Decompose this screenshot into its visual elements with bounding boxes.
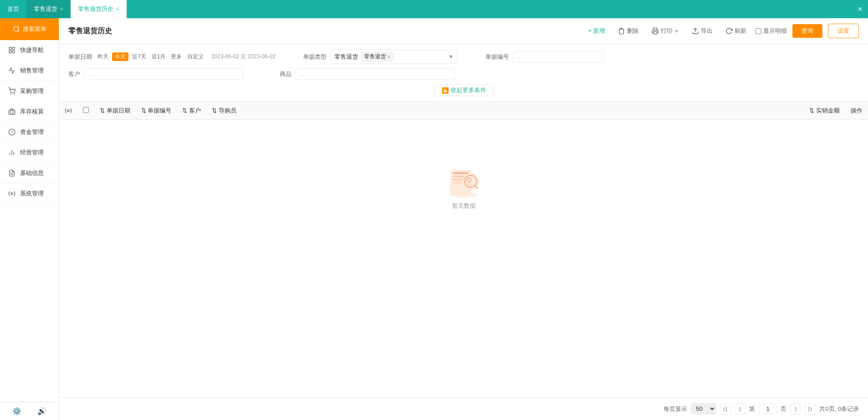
basic-info-icon bbox=[7, 169, 16, 178]
per-page-select[interactable]: 50 10 20 100 bbox=[691, 403, 716, 415]
show-detail-input[interactable] bbox=[755, 28, 761, 34]
date-today[interactable]: 今天 bbox=[112, 52, 128, 61]
sidebar-item-quick-nav[interactable]: 快捷导航 bbox=[0, 40, 59, 61]
export-icon bbox=[692, 27, 699, 35]
svg-line-1 bbox=[18, 31, 19, 32]
refresh-icon bbox=[725, 27, 733, 35]
next-page-btn[interactable]: ⟩ bbox=[790, 404, 801, 415]
th-spacer bbox=[242, 102, 804, 120]
query-button[interactable]: 查询 bbox=[792, 24, 822, 38]
main-layout: 搜索菜单 快捷导航 销售管理 采购管理 库存核算 bbox=[0, 18, 868, 420]
tab-retail-return-history-close[interactable]: × bbox=[116, 6, 119, 12]
toolbar: + 新增 删除 打印 ▼ 导出 刷新 bbox=[585, 24, 859, 38]
doc-type-tag: 零售退货 × bbox=[361, 52, 394, 61]
content-area: 零售退货历史 + 新增 删除 打印 ▼ 导出 bbox=[59, 18, 868, 420]
setting-button[interactable]: 设置 bbox=[828, 24, 859, 38]
doc-type-label: 单据类型 bbox=[303, 53, 327, 61]
export-button[interactable]: 导出 bbox=[688, 25, 716, 37]
sidebar-item-operations[interactable]: 经营管理 bbox=[0, 143, 59, 163]
print-button[interactable]: 打印 ▼ bbox=[648, 25, 683, 37]
tab-home[interactable]: 首页 bbox=[0, 0, 26, 18]
sidebar-item-basic-info[interactable]: 基础信息 bbox=[0, 163, 59, 184]
doc-no-input[interactable]: ... bbox=[513, 51, 604, 62]
tab-retail-return-history[interactable]: 零售退货历史 × bbox=[71, 0, 127, 18]
sidebar: 搜索菜单 快捷导航 销售管理 采购管理 库存核算 bbox=[0, 18, 59, 420]
th-customer: ⇅ 客户 bbox=[177, 102, 206, 120]
date-7days[interactable]: 近7天 bbox=[130, 52, 148, 61]
prev-page-btn[interactable]: ⟨ bbox=[734, 404, 745, 415]
sidebar-item-system-mgmt[interactable]: 系统管理 bbox=[0, 184, 59, 204]
page-suffix-label: 页 bbox=[781, 405, 786, 413]
svg-rect-21 bbox=[452, 172, 468, 174]
tab-bar: 首页 零售退货 × 零售退货历史 × bbox=[0, 0, 852, 18]
doc-no-label: 单据编号 bbox=[485, 53, 509, 61]
doc-type-filter: 单据类型 零售退货 零售退货 × ▼ bbox=[303, 50, 458, 64]
tab-retail-return-close[interactable]: × bbox=[60, 6, 63, 12]
window-close-button[interactable]: × bbox=[852, 5, 868, 14]
new-button[interactable]: + 新增 bbox=[585, 25, 609, 37]
tab-retail-return[interactable]: 零售退货 × bbox=[26, 0, 71, 18]
per-page-label: 每页显示 bbox=[663, 405, 687, 413]
svg-rect-24 bbox=[452, 182, 462, 184]
table-header: ⇅ 单据日期 ⇅ 单据编号 ⇅ 客户 ⇅ 导购员 ⇅ bbox=[59, 102, 868, 120]
svg-rect-16 bbox=[653, 31, 657, 34]
goods-input[interactable]: ... bbox=[295, 68, 455, 80]
sidebar-search[interactable]: 搜索菜单 bbox=[0, 18, 59, 40]
sidebar-item-purchase-mgmt[interactable]: 采购管理 bbox=[0, 81, 59, 102]
th-action: 操作 bbox=[845, 102, 868, 120]
page-prefix-label: 第 bbox=[749, 405, 755, 413]
collapse-button[interactable]: 🔼 收起更多条件 bbox=[434, 84, 494, 96]
date-1month[interactable]: 近1月 bbox=[150, 52, 168, 61]
svg-point-18 bbox=[67, 110, 69, 112]
svg-rect-4 bbox=[9, 51, 11, 53]
doc-type-select[interactable]: 零售退货 零售退货 × ▼ bbox=[330, 50, 458, 64]
show-detail-checkbox[interactable]: 显示明细 bbox=[755, 27, 787, 35]
page-number-input[interactable] bbox=[759, 404, 777, 414]
sidebar-item-finance[interactable]: 资金管理 bbox=[0, 122, 59, 143]
volume-icon[interactable]: 🔊 bbox=[37, 407, 46, 415]
svg-point-6 bbox=[10, 93, 11, 94]
collapse-up-icon: 🔼 bbox=[442, 87, 449, 94]
svg-rect-2 bbox=[9, 47, 11, 50]
goods-filter: 商品 ... bbox=[280, 68, 455, 80]
finance-icon bbox=[7, 128, 16, 137]
svg-point-15 bbox=[11, 193, 13, 195]
collapse-row: 🔼 收起更多条件 bbox=[68, 84, 859, 96]
print-icon bbox=[652, 27, 659, 35]
last-page-btn[interactable]: ⟩⟩ bbox=[805, 404, 816, 415]
empty-illustration bbox=[441, 156, 487, 202]
svg-rect-3 bbox=[12, 47, 15, 50]
svg-rect-8 bbox=[9, 110, 15, 114]
delete-button[interactable]: 删除 bbox=[614, 25, 642, 37]
column-settings-icon[interactable] bbox=[65, 107, 72, 114]
empty-state: 暂无数据 bbox=[59, 120, 868, 246]
date-more[interactable]: 更多 bbox=[169, 52, 184, 61]
date-filter: 单据日期 昨天 今天 近7天 近1月 更多 自定义 2023-06-02 至 2… bbox=[68, 52, 276, 61]
customer-input[interactable]: ... bbox=[84, 68, 243, 80]
date-custom[interactable]: 自定义 bbox=[185, 52, 205, 61]
total-records-label: 共0页, 0条记录 bbox=[819, 405, 859, 413]
customer-filter: 客户 ... bbox=[68, 68, 243, 80]
select-all-checkbox[interactable] bbox=[83, 107, 89, 113]
sidebar-bottom: ⚙️ 🔊 bbox=[0, 402, 59, 420]
th-doc-date: ⇅ 单据日期 bbox=[94, 102, 136, 120]
dropdown-arrow: ▼ bbox=[448, 53, 454, 60]
svg-rect-22 bbox=[452, 176, 465, 177]
date-yesterday[interactable]: 昨天 bbox=[96, 52, 110, 61]
sidebar-item-inventory[interactable]: 库存核算 bbox=[0, 102, 59, 122]
svg-point-0 bbox=[14, 26, 19, 31]
th-guide: ⇅ 导购员 bbox=[206, 102, 242, 120]
th-doc-no: ⇅ 单据编号 bbox=[136, 102, 177, 120]
th-checkbox bbox=[77, 102, 94, 120]
sidebar-item-sales-mgmt[interactable]: 销售管理 bbox=[0, 61, 59, 81]
th-settings bbox=[59, 102, 77, 120]
sales-icon bbox=[7, 66, 16, 75]
first-page-btn[interactable]: ⟨⟨ bbox=[720, 404, 731, 415]
doc-no-filter: 单据编号 ... bbox=[485, 51, 604, 62]
doc-type-tag-remove[interactable]: × bbox=[387, 54, 390, 60]
goods-label: 商品 bbox=[280, 70, 292, 78]
customer-label: 客户 bbox=[68, 70, 80, 78]
date-shortcuts: 昨天 今天 近7天 近1月 更多 自定义 bbox=[96, 52, 205, 61]
refresh-button[interactable]: 刷新 bbox=[722, 25, 750, 37]
settings-gear-icon[interactable]: ⚙️ bbox=[12, 407, 21, 415]
